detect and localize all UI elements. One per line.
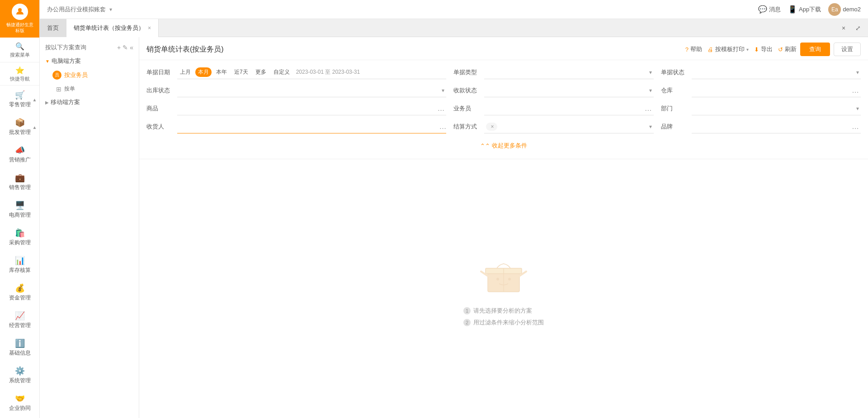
filter-area: 单据日期 上月 本月 本年 近7天 更多 自定义 2023-03-01 至 20… xyxy=(139,60,868,159)
sales-icon: 💼 xyxy=(15,173,25,183)
search-menu-item[interactable]: 🔍 搜索菜单 xyxy=(0,38,39,62)
tab-home-label: 首页 xyxy=(47,24,59,32)
window-maximize-button[interactable]: ⤢ xyxy=(852,22,864,34)
date-range-display: 2023-03-01 至 2023-03-31 xyxy=(296,68,360,76)
sidebar-item-inventory[interactable]: 📊 库存核算 xyxy=(0,251,40,279)
sidebar-item-sales[interactable]: 💼 销售管理 xyxy=(0,168,40,196)
doc-type-select[interactable]: ▾ xyxy=(484,66,653,79)
settlement-arrow-icon: ▾ xyxy=(649,124,652,130)
topbar-title[interactable]: 办公用品行业模拟账套 xyxy=(47,5,106,14)
tab-close-icon[interactable]: × xyxy=(148,25,151,31)
page-actions: ? 帮助 🖨 按模板打印 ▾ ⬇ 导出 ↺ xyxy=(685,45,797,53)
refresh-label: 刷新 xyxy=(785,45,797,53)
date-tab-this-year[interactable]: 本年 xyxy=(213,67,230,77)
sidebar-item-cooperation[interactable]: 🤝 企业协同 xyxy=(0,389,40,417)
product-label: 商品 xyxy=(146,104,174,113)
date-tab-this-month[interactable]: 本月 xyxy=(195,67,212,77)
tip-num-1: 1 xyxy=(463,307,471,314)
product-dots-icon[interactable]: … xyxy=(437,104,444,113)
dept-select[interactable]: ▾ xyxy=(692,102,861,115)
filter-out-status: 出库状态 ▾ xyxy=(146,84,446,97)
filter-panel-title: 按以下方案查询 xyxy=(45,43,86,52)
product-input[interactable]: … xyxy=(177,102,446,115)
sidebar-item-purchase[interactable]: 🛍️ 采购管理 xyxy=(0,223,40,251)
empty-tip-1: 1 请先选择要分析的方案 xyxy=(463,307,544,315)
warehouse-dots-icon[interactable]: … xyxy=(852,86,859,95)
window-close-button[interactable]: × xyxy=(837,22,850,34)
receiver-input[interactable] xyxy=(177,123,437,130)
salesman-dots-icon[interactable]: … xyxy=(645,104,652,113)
app-subtitle: 标版 xyxy=(15,28,24,34)
settlement-clear-icon[interactable]: × xyxy=(491,124,494,130)
desktop-group-label: 电脑端方案 xyxy=(52,57,81,65)
sidebar-item-finance[interactable]: 💰 资金管理 xyxy=(0,279,40,306)
tip-text-2: 用过滤条件来缩小分析范围 xyxy=(473,318,544,327)
finance-icon: 💰 xyxy=(15,283,25,293)
date-tab-custom[interactable]: 自定义 xyxy=(271,67,292,77)
settings-button[interactable]: 设置 xyxy=(834,43,861,56)
out-status-select[interactable]: ▾ xyxy=(177,84,446,97)
export-label: 导出 xyxy=(761,45,773,53)
receiver-dots-icon[interactable]: … xyxy=(439,123,446,131)
filter-doc-status: 单据状态 ▾ xyxy=(661,66,861,79)
window-close-icon: × xyxy=(842,24,845,32)
collect-status-select[interactable]: ▾ xyxy=(484,84,653,97)
topbar-dropdown-icon[interactable]: ▾ xyxy=(109,6,112,13)
ecommerce-label: 电商管理 xyxy=(9,211,31,219)
collapse-bar[interactable]: ⌃⌃ 收起更多条件 xyxy=(146,138,861,153)
sidebar-item-system[interactable]: ⚙️ 系统管理 xyxy=(0,361,40,389)
message-icon: 💬 xyxy=(758,5,767,14)
sidebar-item-ecommerce[interactable]: 🖥️ 电商管理 xyxy=(0,196,40,223)
collapse-panel-button[interactable]: « xyxy=(130,44,133,51)
date-tab-last-month[interactable]: 上月 xyxy=(177,67,193,77)
print-label: 按模板打印 xyxy=(715,45,745,53)
inventory-label: 库存核算 xyxy=(9,266,31,274)
scheme-order-label: 按单 xyxy=(64,85,75,93)
sidebar-item-basic[interactable]: ℹ️ 基础信息 xyxy=(0,334,40,361)
mobile-expand-icon: ▶ xyxy=(45,100,49,105)
basic-icon: ℹ️ xyxy=(15,338,25,348)
sidebar-item-retail[interactable]: 🛒 零售管理 ▲ xyxy=(0,86,40,113)
sidebar-item-operation[interactable]: 📈 经营管理 xyxy=(0,306,40,334)
filter-collect-status: 收款状态 ▾ xyxy=(453,84,653,97)
help-button[interactable]: ? 帮助 xyxy=(685,45,702,53)
mobile-group-label: 移动端方案 xyxy=(51,98,80,106)
dept-arrow-icon: ▾ xyxy=(856,105,859,112)
sidebar-item-wholesale[interactable]: 📦 批发管理 ▲ xyxy=(0,113,40,141)
scheme-item-salesman[interactable]: 员 按业务员 xyxy=(40,68,139,82)
add-scheme-button[interactable]: + xyxy=(117,44,121,51)
message-button[interactable]: 💬 消息 xyxy=(758,5,781,14)
print-button[interactable]: 🖨 按模板打印 ▾ xyxy=(708,45,749,53)
export-button[interactable]: ⬇ 导出 xyxy=(754,45,773,53)
sidebar-item-marketing[interactable]: 📣 营销推广 xyxy=(0,141,40,168)
tab-home[interactable]: 首页 xyxy=(40,19,66,37)
filter-receiver: 收货人 … xyxy=(146,120,446,133)
download-icon: 📱 xyxy=(788,5,797,14)
mobile-group-title[interactable]: ▶ 移动端方案 xyxy=(40,95,139,109)
dept-label: 部门 xyxy=(661,104,688,113)
tab-active[interactable]: 销货单统计表（按业务员） × xyxy=(66,19,159,37)
user-info[interactable]: Ea demo2 xyxy=(828,3,861,16)
settlement-label: 结算方式 xyxy=(453,123,481,131)
app-download-button[interactable]: 📱 App下载 xyxy=(788,5,821,14)
date-tab-more[interactable]: 更多 xyxy=(253,67,269,77)
desktop-group-title[interactable]: ▼ 电脑端方案 xyxy=(40,54,139,68)
purchase-label: 采购管理 xyxy=(9,239,31,247)
retail-icon: 🛒 xyxy=(15,90,25,100)
warehouse-input[interactable]: … xyxy=(692,84,861,97)
quick-nav-item[interactable]: ⭐ 快捷导航 xyxy=(0,62,39,86)
date-tab-7days[interactable]: 近7天 xyxy=(231,67,251,77)
edit-scheme-button[interactable]: ✎ xyxy=(123,44,128,51)
doc-status-select[interactable]: ▾ xyxy=(692,66,861,79)
warehouse-label: 仓库 xyxy=(661,86,688,95)
tip-text-1: 请先选择要分析的方案 xyxy=(473,307,532,315)
brand-input[interactable]: … xyxy=(692,120,861,133)
refresh-button[interactable]: ↺ 刷新 xyxy=(778,45,797,53)
collapse-icon: ⌃⌃ xyxy=(480,142,490,149)
query-button[interactable]: 查询 xyxy=(800,43,830,56)
receiver-input-box[interactable]: … xyxy=(177,120,446,133)
brand-dots-icon[interactable]: … xyxy=(852,123,859,131)
salesman-input[interactable]: … xyxy=(484,102,653,115)
settlement-select[interactable]: × ▾ xyxy=(484,120,653,133)
scheme-item-order[interactable]: ⊞ 按单 xyxy=(40,82,139,95)
